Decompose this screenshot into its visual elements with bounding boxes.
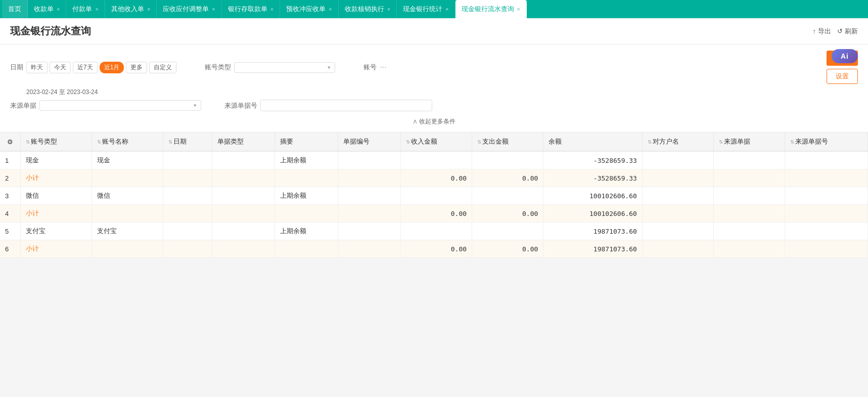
ai-button[interactable]: Ai (832, 49, 858, 63)
cell-income (400, 223, 472, 240)
sort-icon-account-name: ⇅ (97, 139, 101, 145)
nav-close-other-income[interactable]: × (147, 6, 150, 12)
source-doc-select[interactable]: ▾ (39, 100, 201, 111)
cell-counterpart (642, 169, 713, 187)
cell-date (163, 223, 212, 240)
nav-close-bank-deposit[interactable]: × (270, 6, 273, 12)
account-dots[interactable]: ··· (380, 63, 386, 72)
nav-label-cash-bank-stat: 现金银行统计 (403, 5, 442, 14)
col-source-doc-no[interactable]: ⇅来源单据号 (785, 133, 868, 151)
filter-row-2: 来源单据 ▾ 来源单据号 (10, 100, 858, 111)
nav-item-receipt[interactable]: 收款单 × (28, 0, 66, 18)
account-filter: 账号 ··· (363, 63, 386, 72)
col-account-name[interactable]: ⇅账号名称 (92, 133, 163, 151)
page-title: 现金银行流水查询 (10, 24, 91, 38)
source-doc-no-label: 来源单据号 (224, 101, 257, 110)
col-account-type[interactable]: ⇅账号类型 (20, 133, 92, 151)
cell-balance: 100102606.60 (543, 187, 643, 205)
table-row: 3微信微信上期余额100102606.60 (0, 187, 868, 205)
refresh-label: 刷新 (845, 27, 858, 36)
nav-item-home[interactable]: 首页 (2, 0, 28, 18)
table-container: ⚙ ⇅账号类型 ⇅账号名称 ⇅日期 单据类型 摘要 单据编号 ⇅收入金额 (0, 133, 868, 258)
cell-summary (275, 169, 338, 187)
sort-icon-income: ⇅ (406, 139, 410, 145)
table-row: 5支付宝支付宝上期余额19871073.60 (0, 223, 868, 240)
settings-button[interactable]: 设置 (827, 69, 858, 84)
export-button[interactable]: ↑ 导出 (813, 27, 832, 36)
filter-row-1: 日期 昨天 今天 近7天 近1月 更多 自定义 账号类型 ▾ 账号 ··· (10, 51, 858, 84)
col-balance: 余额 (543, 133, 643, 151)
account-label: 账号 (363, 63, 377, 72)
cell-source-doc (714, 169, 785, 187)
table-row: 1现金现金上期余额-3528659.33 (0, 151, 868, 169)
nav-close-receipt[interactable]: × (57, 6, 60, 12)
cell-doc-type (212, 169, 275, 187)
cell-date (163, 240, 212, 258)
nav-close-advance-collect[interactable]: × (329, 6, 332, 12)
cell-no: 6 (0, 240, 20, 258)
cell-balance: -3528659.33 (543, 151, 643, 169)
date-shortcuts: 昨天 今天 近7天 近1月 更多 自定义 (26, 62, 176, 73)
date-btn-custom[interactable]: 自定义 (149, 62, 176, 73)
date-btn-7days[interactable]: 近7天 (73, 62, 98, 73)
cell-expense: 0.00 (472, 240, 543, 258)
cell-account-name (92, 169, 163, 187)
date-btn-today[interactable]: 今天 (50, 62, 71, 73)
nav-item-cash-bank-flow[interactable]: 现金银行流水查询 × (455, 0, 527, 18)
cell-account-type: 现金 (20, 151, 92, 169)
cell-expense: 0.00 (472, 205, 543, 223)
date-btn-yesterday[interactable]: 昨天 (26, 62, 48, 73)
col-gear[interactable]: ⚙ (0, 133, 20, 151)
nav-item-cash-bank-stat[interactable]: 现金银行统计 × (397, 0, 455, 18)
date-btn-more[interactable]: 更多 (126, 62, 147, 73)
cell-doc-type (212, 151, 275, 169)
nav-item-payment[interactable]: 付款单 × (66, 0, 105, 18)
cell-balance: 19871073.60 (543, 223, 643, 240)
source-doc-no-input[interactable] (260, 100, 432, 111)
date-btn-1month[interactable]: 近1月 (100, 62, 124, 73)
cell-source-doc (714, 205, 785, 223)
refresh-button[interactable]: ↺ 刷新 (837, 27, 858, 36)
cell-expense: 0.00 (472, 169, 543, 187)
cell-no: 5 (0, 223, 20, 240)
nav-item-advance-collect[interactable]: 预收冲应收单 × (280, 0, 338, 18)
nav-item-ar-ap-adjust[interactable]: 应收应付调整单 × (157, 0, 221, 18)
cell-income (400, 187, 472, 205)
top-nav: 首页 收款单 × 付款单 × 其他收入单 × 应收应付调整单 × 银行存取款单 … (0, 0, 868, 18)
nav-close-receipt-verify[interactable]: × (387, 6, 390, 12)
date-filter: 日期 昨天 今天 近7天 近1月 更多 自定义 (10, 62, 176, 73)
account-type-select[interactable]: ▾ (234, 62, 335, 73)
col-income[interactable]: ⇅收入金额 (400, 133, 472, 151)
nav-item-bank-deposit[interactable]: 银行存取款单 × (222, 0, 280, 18)
sort-icon-account-type: ⇅ (26, 139, 30, 145)
col-date[interactable]: ⇅日期 (163, 133, 212, 151)
nav-close-cash-bank-flow[interactable]: × (517, 6, 520, 12)
nav-close-cash-bank-stat[interactable]: × (445, 6, 448, 12)
date-range-display: 2023-02-24 至 2023-03-24 (26, 88, 858, 97)
cell-source-doc (714, 187, 785, 205)
col-source-doc[interactable]: ⇅来源单据 (714, 133, 785, 151)
col-counterpart[interactable]: ⇅对方户名 (642, 133, 713, 151)
cell-summary (275, 240, 338, 258)
cell-doc-no (338, 169, 400, 187)
col-expense[interactable]: ⇅支出金额 (472, 133, 543, 151)
sort-icon-counterpart: ⇅ (648, 139, 652, 145)
sort-icon-source-doc: ⇅ (719, 139, 723, 145)
nav-close-ar-ap-adjust[interactable]: × (212, 6, 215, 12)
date-range-text: 2023-02-24 至 2023-03-24 (26, 89, 98, 96)
cell-account-name (92, 240, 163, 258)
cell-balance: -3528659.33 (543, 169, 643, 187)
collapse-bar[interactable]: ∧ 收起更多条件 (10, 115, 858, 128)
nav-close-payment[interactable]: × (95, 6, 98, 12)
export-label: 导出 (818, 27, 831, 36)
nav-label-payment: 付款单 (72, 5, 92, 14)
cell-account-type: 小计 (20, 205, 92, 223)
nav-label-ar-ap-adjust: 应收应付调整单 (163, 5, 209, 14)
cell-expense (472, 187, 543, 205)
col-doc-type: 单据类型 (212, 133, 275, 151)
nav-item-other-income[interactable]: 其他收入单 × (105, 0, 157, 18)
refresh-icon: ↺ (837, 27, 843, 35)
nav-item-receipt-verify[interactable]: 收款核销执行 × (339, 0, 397, 18)
data-table: ⚙ ⇅账号类型 ⇅账号名称 ⇅日期 单据类型 摘要 单据编号 ⇅收入金额 (0, 133, 868, 258)
source-doc-filter: 来源单据 ▾ (10, 100, 201, 111)
